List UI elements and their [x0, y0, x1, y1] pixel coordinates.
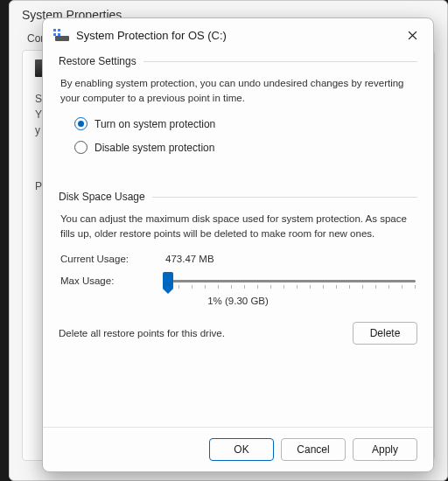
restore-settings-label: Restore Settings [59, 55, 136, 67]
delete-button[interactable]: Delete [353, 322, 417, 345]
max-usage-slider[interactable] [165, 271, 416, 290]
dialog-title: System Protection for OS (C:) [76, 29, 393, 42]
current-usage-label: Current Usage: [60, 254, 165, 264]
divider [152, 197, 417, 198]
delete-restore-points-text: Delete all restore points for this drive… [59, 328, 225, 338]
current-usage-row: Current Usage: 473.47 MB [60, 254, 416, 264]
restore-settings-description: By enabling system protection, you can u… [60, 76, 416, 105]
drive-icon [53, 29, 69, 41]
system-protection-dialog: System Protection for OS (C:) Restore Se… [42, 17, 434, 472]
disk-space-description: You can adjust the maximum disk space us… [60, 212, 416, 240]
disk-space-heading: Disk Space Usage [59, 191, 417, 203]
close-icon [408, 31, 417, 40]
max-usage-label: Max Usage: [60, 275, 155, 286]
close-button[interactable] [400, 25, 424, 45]
restore-settings-heading: Restore Settings [59, 55, 417, 67]
radio-label-off: Disable system protection [94, 142, 214, 154]
radio-indicator-off [74, 141, 88, 154]
slider-track [165, 280, 416, 282]
dialog-titlebar: System Protection for OS (C:) [43, 18, 433, 50]
cancel-button[interactable]: Cancel [281, 438, 346, 461]
slider-thumb[interactable] [163, 272, 173, 289]
radio-label-on: Turn on system protection [94, 118, 215, 130]
slider-ticks [165, 285, 416, 289]
radio-disable[interactable]: Disable system protection [74, 141, 417, 154]
divider [144, 61, 417, 62]
dialog-footer: OK Cancel Apply [43, 427, 433, 471]
radio-indicator-on [74, 117, 88, 130]
apply-button[interactable]: Apply [353, 438, 417, 461]
max-usage-value: 1% (9.30 GB) [59, 296, 417, 306]
ok-button[interactable]: OK [209, 438, 274, 461]
disk-space-label: Disk Space Usage [59, 191, 145, 203]
current-usage-value: 473.47 MB [165, 254, 214, 264]
radio-turn-on[interactable]: Turn on system protection [74, 117, 417, 130]
